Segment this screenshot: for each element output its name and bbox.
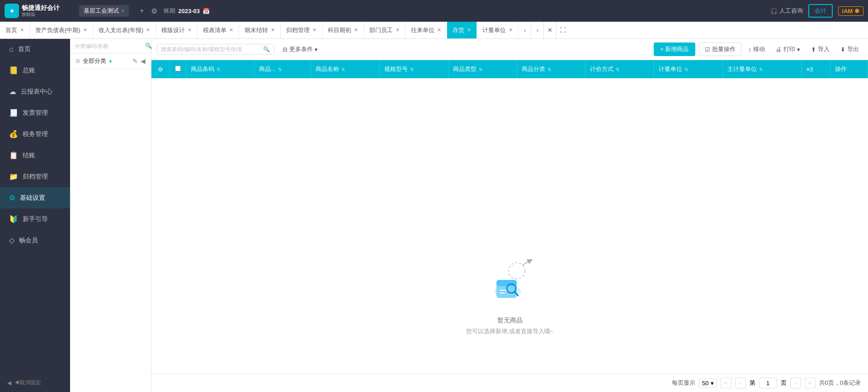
app-title: 畅捷通好会计 [22,4,60,12]
tab-close-icon[interactable]: ✕ [229,27,233,33]
tab-close-icon[interactable]: ✕ [437,27,441,33]
tab-period-close[interactable]: 期末结转 ✕ [239,22,281,38]
add-product-btn[interactable]: + 新增商品 [654,43,695,56]
sidebar-item-home[interactable]: ⌂ 首页 [0,39,70,60]
per-page-select[interactable]: 50 ▾ [699,378,717,388]
current-page-input[interactable] [759,378,777,388]
select-all-checkbox[interactable] [175,66,181,71]
product-search-icon[interactable]: 🔍 [263,46,270,52]
topbar-actions: + ⚙ [138,5,159,17]
content-body: ⚙ 商品条码 ⇅ [151,60,868,392]
col-category[interactable]: 商品分类 ⇅ [517,60,585,78]
col-extra[interactable]: ≡3 [802,60,830,78]
export-btn[interactable]: ⬇ 导出 [837,43,863,56]
col-name[interactable]: 商品名称 ⇅ [311,60,380,78]
calendar-icon[interactable]: 📅 [203,8,210,14]
sidebar-item-reports[interactable]: ☁ 云报表中心 [0,81,70,102]
tab-close-icon[interactable]: ✕ [20,27,24,33]
tab-label: 收入支出表(年报) [99,26,144,34]
sidebar-unpin-btn[interactable]: ◀ ◀取消固定 [0,373,70,392]
member-icon: ◇ [9,236,14,245]
add-tab-button[interactable]: + [138,5,146,17]
period-value: 2023-03 [178,8,200,14]
tab-subject-init[interactable]: 科目期初 ✕ [322,22,364,38]
app-logo-icon: ✦ [5,4,19,18]
settings-icon[interactable]: ⚙ [149,5,159,17]
tab-inventory[interactable]: 存货 ✕ [447,22,477,38]
tab-balance[interactable]: 资产负债表(中期) ✕ [30,22,93,38]
col-unit[interactable]: 计量单位 ⇅ [654,60,723,78]
sidebar-label-settings: 基础设置 [20,194,45,202]
last-page-btn[interactable]: » [805,378,816,388]
sidebar-item-settings[interactable]: ⚙ 基础设置 [0,187,70,208]
product-search-input[interactable] [161,46,260,52]
print-arrow: ▾ [797,46,800,53]
topbar-right: 🎧 人工咨询 会计 iAM ✱ [770,4,863,18]
tab-label: 首页 [5,26,17,34]
customer-service-btn[interactable]: 🎧 人工咨询 [770,7,803,15]
filter-icon: ⊟ [283,46,288,53]
svg-point-0 [509,263,525,279]
tab-home[interactable]: 首页 ✕ [0,22,30,38]
tab-archive[interactable]: 归档管理 ✕ [281,22,322,38]
tab-close-icon[interactable]: ✕ [396,27,400,33]
import-btn[interactable]: ⬆ 导入 [807,43,833,56]
tab-prev-btn[interactable]: ‹ [519,22,531,38]
tab-close-icon[interactable]: ✕ [509,27,513,33]
tab-template[interactable]: 模版设计 ✕ [156,22,198,38]
prev-page-btn[interactable]: ‹ [735,378,746,388]
category-collapse-icon[interactable]: ◀ [141,57,146,65]
sort-unit-icon: ⇅ [684,67,688,72]
sidebar-item-member[interactable]: ◇ 畅会员 [0,230,70,251]
company-selector[interactable]: 基层工会测试 ▾ [79,5,129,17]
closing-icon: 📋 [9,151,18,160]
category-search-input[interactable] [75,43,142,49]
account-type-button[interactable]: 会计 [808,4,833,18]
tab-close-icon[interactable]: ✕ [312,27,316,33]
col-code[interactable]: 商品... ⇅ [255,60,311,78]
sort-main-unit-icon: ⇅ [759,67,763,72]
more-filters-btn[interactable]: ⊟ 更多条件 ▾ [279,43,321,55]
next-page-btn[interactable]: › [790,378,801,388]
col-checkbox[interactable] [170,60,186,78]
first-page-btn[interactable]: « [721,378,731,388]
col-price-method[interactable]: 计价方式 ⇅ [585,60,654,78]
sidebar-item-closing[interactable]: 📋 结账 [0,145,70,166]
sidebar-label-archive: 归档管理 [23,173,48,181]
tab-close-icon[interactable]: ✕ [271,27,275,33]
tab-close-all-btn[interactable]: ✕ [544,22,557,38]
col-main-unit[interactable]: 主计量单位 ⇅ [723,60,802,78]
tab-department[interactable]: 部门员工 ✕ [364,22,406,38]
iam-badge[interactable]: iAM ✱ [838,6,863,16]
tab-unit[interactable]: 计量单位 ✕ [477,22,519,38]
tab-tax-list[interactable]: 税表清单 ✕ [198,22,239,38]
print-btn[interactable]: 🖨 打印 ▾ [772,43,804,56]
table-container[interactable]: ⚙ 商品条码 ⇅ [151,60,868,217]
sidebar-item-ledger[interactable]: 📒 总账 [0,60,70,81]
category-edit-icon[interactable]: ✎ [132,57,138,65]
col-settings[interactable]: ⚙ [151,60,170,78]
tab-contacts[interactable]: 往来单位 ✕ [406,22,447,38]
sidebar: ⌂ 首页 📒 总账 ☁ 云报表中心 🧾 发票管理 💰 税务管理 📋 结账 📁 归… [0,39,70,392]
category-root-label[interactable]: 全部分类 [83,57,106,65]
tab-close-icon[interactable]: ✕ [146,27,150,33]
tab-expand-btn[interactable]: ⛶ [557,22,569,38]
filter-arrow: ▾ [315,46,318,53]
empty-title: 暂无商品 [497,316,523,325]
tab-close-icon[interactable]: ✕ [188,27,192,33]
category-panel: 🔍 ⊞ 全部分类 ● ✎ ◀ [70,39,151,392]
col-type[interactable]: 商品类型 ⇅ [448,60,517,78]
tab-close-icon[interactable]: ✕ [354,27,358,33]
tab-next-btn[interactable]: › [531,22,544,38]
tab-close-icon[interactable]: ✕ [467,27,471,33]
col-barcode[interactable]: 商品条码 ⇅ [186,60,255,78]
sidebar-item-archive[interactable]: 📁 归档管理 [0,166,70,187]
batch-operation-btn[interactable]: ☑ 批量操作 [699,43,741,56]
tab-close-icon[interactable]: ✕ [83,27,87,33]
sidebar-item-invoice[interactable]: 🧾 发票管理 [0,102,70,123]
sidebar-item-tax[interactable]: 💰 税务管理 [0,123,70,145]
tab-income[interactable]: 收入支出表(年报) ✕ [93,22,156,38]
col-spec[interactable]: 规格型号 ⇅ [380,60,448,78]
move-btn[interactable]: ↕ 移动 [745,43,769,56]
sidebar-item-guide[interactable]: 🔰 新手引导 [0,208,70,230]
